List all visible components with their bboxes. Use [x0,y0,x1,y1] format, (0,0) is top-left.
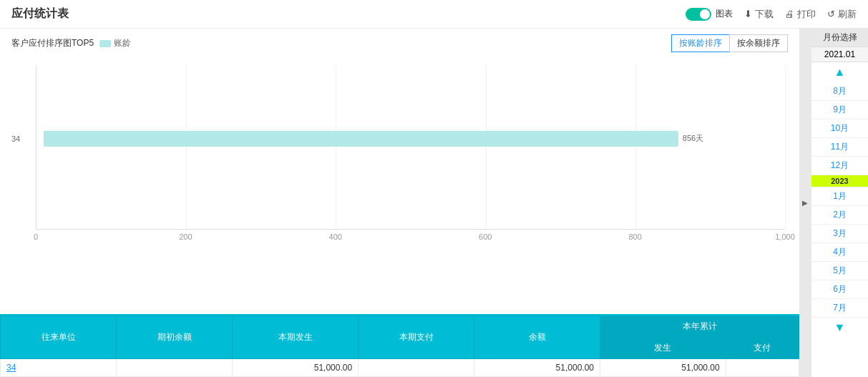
data-table: 往来单位 期初余额 本期发生 本期支付 余额 本年累计 发生 支付 [0,315,799,377]
col-unit-header: 往来单位 [1,316,117,359]
sidebar-header: 月份选择 [811,29,868,47]
col-balance-header: 余额 [474,316,600,359]
col-ytd-pay-header: 支付 [726,338,799,359]
year-marker-2023[interactable]: 2023 [811,175,868,187]
col-current-occ-header: 本期发生 [233,316,359,359]
legend-title: 客户应付排序图TOP5 [11,37,94,49]
year-input[interactable] [811,47,868,62]
sidebar-nav: ▲ 8月 9月 10月 11月 12月 2023 1月 2月 3月 4月 5月 … [811,62,868,377]
cell-opening-balance [117,359,233,377]
page-title: 应付统计表 [11,6,69,21]
month-item-4[interactable]: 4月 [811,243,868,262]
x-label-1000: 1,000 [775,232,795,241]
bars-area: 34 856天 [36,65,785,230]
month-item-11[interactable]: 11月 [811,138,868,157]
grid-line-600 [486,65,487,229]
cell-ytd-pay [726,359,799,377]
x-label-0: 0 [34,232,38,241]
chart-legend: 客户应付排序图TOP5 账龄 [11,37,131,49]
chart-label: 图表 [716,8,733,20]
cell-balance: 51,000.00 [474,359,600,377]
bar-fill-34 [44,131,678,147]
sort-buttons: 按账龄排序 按余额排序 [671,34,788,52]
month-item-2[interactable]: 2月 [811,206,868,225]
legend-color-box [99,40,111,47]
month-item-1[interactable]: 1月 [811,187,868,206]
print-label: 打印 [797,8,816,21]
print-action[interactable]: 🖨 打印 [785,8,816,21]
grid-line-800 [635,65,636,229]
grid-line-1000 [785,65,786,229]
cell-ytd-occ: 51,000.00 [600,359,726,377]
expand-icon[interactable]: ▶ [799,29,811,377]
bar-row-34: 34 856天 [36,131,785,147]
download-label: 下载 [755,8,774,21]
refresh-icon: ↺ [827,9,835,19]
nav-down-arrow[interactable]: ▼ [832,319,849,336]
right-sidebar: 月份选择 ▲ 8月 9月 10月 11月 12月 2023 1月 2月 3月 4… [811,29,868,377]
cell-current-pay [359,359,474,377]
bar-label-34: 34 [11,134,20,143]
month-item-5[interactable]: 5月 [811,262,868,280]
x-axis: 0 200 400 600 800 1,000 [36,230,785,251]
nav-up-arrow[interactable]: ▲ [832,64,849,81]
sort-by-age-button[interactable]: 按账龄排序 [671,34,729,52]
month-item-7[interactable]: 7月 [811,299,868,318]
col-current-pay-header: 本期支付 [359,316,474,359]
chart-header: 客户应付排序图TOP5 账龄 按账龄排序 按余额排序 [0,29,799,58]
sort-by-balance-button[interactable]: 按余额排序 [729,34,788,52]
print-icon: 🖨 [785,9,794,19]
x-label-800: 800 [628,232,641,241]
download-icon: ⬇ [744,9,752,19]
x-label-400: 400 [329,232,342,241]
x-label-200: 200 [179,232,192,241]
bar-chart: 34 856天 0 200 400 600 800 1,000 [0,58,799,314]
bar-end-label-34: 856天 [683,133,703,144]
month-item-12[interactable]: 12月 [811,157,868,175]
month-item-9[interactable]: 9月 [811,101,868,119]
legend-color-label: 账龄 [114,37,131,49]
col-ytd-group-header: 本年累计 [600,316,799,338]
download-action[interactable]: ⬇ 下载 [744,8,774,21]
cell-unit: 34 [1,359,117,377]
month-item-6[interactable]: 6月 [811,280,868,299]
chart-toggle[interactable]: 图表 [686,8,733,21]
col-ytd-occ-header: 发生 [600,338,726,359]
header-actions: 图表 ⬇ 下载 🖨 打印 ↺ 刷新 [686,8,857,21]
refresh-label: 刷新 [838,8,857,21]
col-opening-header: 期初余额 [117,316,233,359]
cell-current-occ: 51,000.00 [233,359,359,377]
unit-link[interactable]: 34 [6,363,16,373]
refresh-action[interactable]: ↺ 刷新 [827,8,857,21]
data-table-container: 往来单位 期初余额 本期发生 本期支付 余额 本年累计 发生 支付 [0,314,799,377]
table-row: 34 51,000.00 51,000.00 51,000.00 [1,359,799,377]
grid-line-200 [186,65,187,229]
month-item-10[interactable]: 10月 [811,119,868,138]
month-item-3[interactable]: 3月 [811,225,868,243]
month-item-8[interactable]: 8月 [811,82,868,101]
grid-line-400 [336,65,336,229]
x-label-600: 600 [479,232,492,241]
toggle-switch[interactable] [686,8,711,21]
legend-item: 账龄 [99,37,131,49]
